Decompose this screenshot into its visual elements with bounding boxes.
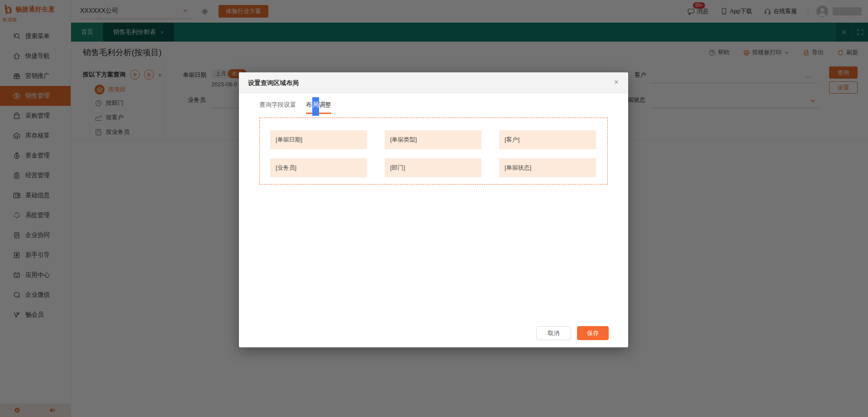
- cancel-button[interactable]: 取消: [536, 326, 571, 340]
- field-chip-salesman[interactable]: [业务员]: [270, 158, 367, 177]
- tab-query-field-settings[interactable]: 查询字段设置: [259, 96, 296, 114]
- app-root: b 畅捷通好生意 标准版 搜索菜单 快捷导航 营销推广 销售管理: [0, 0, 868, 417]
- tab-label: 查询字段设置: [259, 101, 296, 108]
- save-button[interactable]: 保存: [577, 326, 609, 340]
- close-icon[interactable]: ×: [612, 78, 621, 87]
- modal-header: 设置查询区域布局 ×: [239, 72, 628, 93]
- field-chip-date[interactable]: [单据日期]: [270, 130, 367, 149]
- modal-footer: 取消 保存: [536, 326, 609, 340]
- modal-title: 设置查询区域布局: [248, 72, 299, 93]
- tab-label-part: 调整: [319, 101, 331, 108]
- field-chip-department[interactable]: [部门]: [385, 158, 482, 177]
- layout-settings-modal: 设置查询区域布局 × 查询字段设置 布局调整 [单据日期] [单据类型] [客户…: [239, 72, 628, 347]
- field-chip-customer[interactable]: [客户]: [499, 130, 596, 149]
- layout-dropzone: [单据日期] [单据类型] [客户] [业务员] [部门] [单据状态]: [259, 118, 608, 185]
- field-chip-doc-type[interactable]: [单据类型]: [385, 130, 482, 149]
- tab-layout-adjustment[interactable]: 布局调整: [306, 96, 331, 114]
- field-chip-status[interactable]: [单据状态]: [499, 158, 596, 177]
- tab-label-part: 布: [306, 101, 312, 108]
- modal-tabs: 查询字段设置 布局调整: [259, 96, 341, 114]
- text-selection-highlight: 局: [312, 97, 320, 116]
